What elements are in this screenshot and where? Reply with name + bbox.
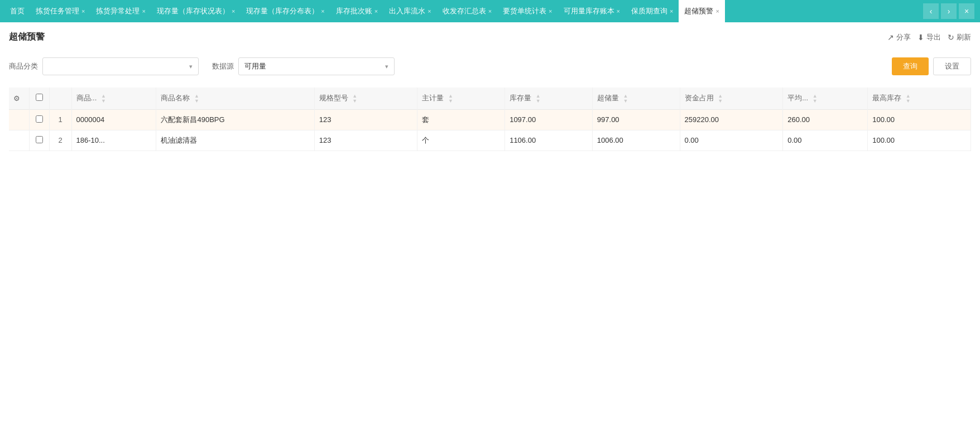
export-icon: ⬇ — [917, 33, 924, 42]
row-capital: 259220.00 — [680, 109, 783, 130]
table-row: 2 186-10... 机油滤清器 123 个 1106.00 1006.00 … — [9, 130, 971, 151]
settings-button[interactable]: 设置 — [933, 57, 971, 75]
product-name-sort-icon: ▲▼ — [194, 94, 199, 104]
row-gear-cell — [9, 130, 29, 151]
nav-item-flow[interactable]: 出入库流水 × — [383, 0, 436, 22]
max-stock-sort-icon: ▲▼ — [906, 94, 911, 104]
datasource-value: 可用量 — [244, 61, 266, 71]
nav-close-batch[interactable]: × — [374, 8, 378, 14]
data-table: ⚙ 商品... ▲▼ 商品名称 ▲▼ 规格型号 ▲▼ — [9, 88, 971, 151]
product-name-column-header[interactable]: 商品名称 ▲▼ — [156, 88, 314, 109]
row-product-name: 六配套新昌490BPG — [156, 109, 314, 130]
category-label: 商品分类 — [9, 61, 38, 71]
nav-item-task[interactable]: 拣货任务管理 × — [30, 0, 90, 22]
unit-column-header[interactable]: 主计量 ▲▼ — [417, 88, 505, 109]
nav-item-batch[interactable]: 库存批次账 × — [330, 0, 383, 22]
row-product-name: 机油滤清器 — [156, 130, 314, 151]
nav-close-task[interactable]: × — [81, 8, 85, 14]
overstock-column-header[interactable]: 超储量 ▲▼ — [592, 88, 680, 109]
table-row: 1 0000004 六配套新昌490BPG 123 套 1097.00 997.… — [9, 109, 971, 130]
nav-close-all[interactable]: × — [959, 3, 974, 19]
row-avg: 260.00 — [783, 109, 868, 130]
row-max-stock: 100.00 — [868, 109, 971, 130]
row-avg: 0.00 — [783, 130, 868, 151]
row-number: 2 — [49, 130, 71, 151]
product-code-column-header[interactable]: 商品... ▲▼ — [71, 88, 156, 109]
row-checkbox-cell[interactable] — [29, 109, 49, 130]
spec-column-header[interactable]: 规格型号 ▲▼ — [314, 88, 417, 109]
row-unit: 套 — [417, 109, 505, 130]
capital-column-header[interactable]: 资金占用 ▲▼ — [680, 88, 783, 109]
gear-column-header[interactable]: ⚙ — [9, 88, 29, 109]
datasource-label: 数据源 — [212, 61, 234, 71]
row-checkbox-cell[interactable] — [29, 130, 49, 151]
page-header: 超储预警 ↗ 分享 ⬇ 导出 ↻ 刷新 — [9, 31, 971, 43]
nav-close-requisition[interactable]: × — [549, 8, 552, 14]
nav-item-expiry[interactable]: 保质期查询 × — [626, 0, 679, 22]
row-stock: 1106.00 — [505, 130, 593, 151]
row-overstock: 997.00 — [592, 109, 680, 130]
nav-close-available[interactable]: × — [617, 8, 620, 14]
nav-arrows: ‹ › × — [922, 3, 976, 19]
spec-sort-icon: ▲▼ — [352, 94, 357, 104]
row-checkbox[interactable] — [36, 115, 43, 123]
category-filter: 商品分类 ▾ — [9, 57, 199, 75]
share-icon: ↗ — [887, 33, 894, 42]
category-chevron-icon: ▾ — [189, 63, 193, 70]
row-num-column-header — [49, 88, 71, 109]
datasource-select[interactable]: 可用量 ▾ — [238, 57, 395, 75]
gear-icon: ⚙ — [13, 94, 20, 103]
row-number: 1 — [49, 109, 71, 130]
nav-item-home[interactable]: 首页 — [4, 0, 30, 22]
select-all-checkbox[interactable] — [36, 94, 43, 101]
header-actions: ↗ 分享 ⬇ 导出 ↻ 刷新 — [887, 32, 971, 42]
row-checkbox[interactable] — [36, 136, 43, 143]
nav-close-abnormal[interactable]: × — [142, 8, 145, 14]
query-button[interactable]: 查询 — [892, 57, 929, 75]
nav-close-overstock[interactable]: × — [715, 8, 719, 14]
nav-close-summary[interactable]: × — [488, 8, 492, 14]
export-button[interactable]: ⬇ 导出 — [917, 32, 941, 42]
avg-column-header[interactable]: 平均... ▲▼ — [783, 88, 868, 109]
nav-item-stock-dist[interactable]: 现存量（库存分布表） × — [241, 0, 330, 22]
category-select[interactable]: ▾ — [42, 57, 199, 75]
row-product-code: 186-10... — [71, 130, 156, 151]
filter-row: 商品分类 ▾ 数据源 可用量 ▾ 查询 设置 — [9, 52, 971, 81]
nav-item-abnormal[interactable]: 拣货异常处理 × — [90, 0, 151, 22]
row-max-stock: 100.00 — [868, 130, 971, 151]
refresh-icon: ↻ — [948, 33, 954, 42]
nav-close-stock-dist[interactable]: × — [321, 8, 324, 14]
row-product-code: 0000004 — [71, 109, 156, 130]
share-button[interactable]: ↗ 分享 — [887, 32, 911, 42]
nav-close-stock-status[interactable]: × — [232, 8, 235, 14]
row-stock: 1097.00 — [505, 109, 593, 130]
nav-right-arrow[interactable]: › — [941, 3, 957, 19]
overstock-sort-icon: ▲▼ — [623, 94, 628, 104]
nav-item-requisition[interactable]: 要货单统计表 × — [497, 0, 558, 22]
nav-item-summary[interactable]: 收发存汇总表 × — [437, 0, 497, 22]
nav-close-expiry[interactable]: × — [670, 8, 673, 14]
nav-item-overstock[interactable]: 超储预警 × — [679, 0, 724, 22]
stock-sort-icon: ▲▼ — [536, 94, 541, 104]
nav-close-flow[interactable]: × — [427, 8, 431, 14]
max-stock-column-header[interactable]: 最高库存 ▲▼ — [868, 88, 971, 109]
table-header-row: ⚙ 商品... ▲▼ 商品名称 ▲▼ 规格型号 ▲▼ — [9, 88, 971, 109]
product-code-sort-icon: ▲▼ — [101, 94, 106, 104]
row-overstock: 1006.00 — [592, 130, 680, 151]
page-title: 超储预警 — [9, 31, 45, 43]
row-capital: 0.00 — [680, 130, 783, 151]
row-gear-cell — [9, 109, 29, 130]
nav-item-available[interactable]: 可用量库存账本 × — [558, 0, 626, 22]
nav-item-stock-status[interactable]: 现存量（库存状况表） × — [151, 0, 241, 22]
nav-left-arrow[interactable]: ‹ — [923, 3, 939, 19]
avg-sort-icon: ▲▼ — [813, 94, 818, 104]
datasource-filter: 数据源 可用量 ▾ — [212, 57, 395, 75]
unit-sort-icon: ▲▼ — [448, 94, 453, 104]
top-navigation: 首页 拣货任务管理 × 拣货异常处理 × 现存量（库存状况表） × 现存量（库存… — [0, 0, 980, 22]
row-unit: 个 — [417, 130, 505, 151]
refresh-button[interactable]: ↻ 刷新 — [948, 32, 971, 42]
checkbox-column-header[interactable] — [29, 88, 49, 109]
main-content: 超储预警 ↗ 分享 ⬇ 导出 ↻ 刷新 商品分类 ▾ 数据源 — [0, 22, 980, 446]
datasource-chevron-icon: ▾ — [385, 63, 388, 70]
stock-column-header[interactable]: 库存量 ▲▼ — [505, 88, 593, 109]
